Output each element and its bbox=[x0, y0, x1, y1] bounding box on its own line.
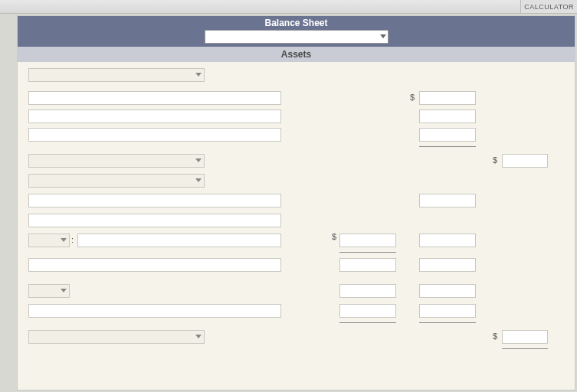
title-bar: Balance Sheet bbox=[18, 16, 575, 47]
svg-marker-2 bbox=[195, 158, 202, 162]
line-item-input-1[interactable] bbox=[28, 91, 281, 105]
top-toolbar: CALCULATOR bbox=[0, 0, 577, 14]
worksheet-area: Balance Sheet Assets $ bbox=[0, 14, 577, 392]
page-title: Balance Sheet bbox=[264, 18, 327, 28]
dollar-sign: $ bbox=[332, 232, 336, 241]
dollar-sign: $ bbox=[493, 155, 497, 165]
balance-sheet: Balance Sheet Assets $ bbox=[17, 15, 575, 390]
chevron-down-icon bbox=[195, 178, 202, 183]
chevron-down-icon bbox=[61, 289, 67, 293]
category-select-1[interactable] bbox=[28, 68, 205, 82]
line-item-input-4[interactable] bbox=[28, 194, 281, 207]
total-amount-2[interactable] bbox=[502, 330, 548, 344]
subtotal-underline bbox=[419, 146, 476, 147]
calculator-button[interactable]: CALCULATOR bbox=[520, 0, 577, 13]
category-select-2[interactable] bbox=[28, 154, 205, 168]
dollar-sign: $ bbox=[493, 332, 497, 341]
amount-input-4[interactable] bbox=[419, 194, 476, 207]
svg-marker-0 bbox=[380, 34, 386, 38]
form-body: $ $ $ bbox=[18, 62, 575, 384]
chevron-down-icon bbox=[195, 73, 202, 77]
subtotal-underline bbox=[339, 252, 396, 253]
category-select-3[interactable] bbox=[28, 174, 205, 188]
section-header-assets: Assets bbox=[18, 47, 575, 62]
line-item-input-8[interactable] bbox=[28, 304, 281, 318]
amount-input-3[interactable] bbox=[419, 128, 476, 142]
line-item-input-6[interactable] bbox=[77, 234, 281, 247]
amount-right-2[interactable] bbox=[419, 258, 476, 272]
chevron-down-icon bbox=[195, 335, 202, 339]
total-amount-1[interactable] bbox=[502, 154, 548, 168]
category-select-bottom[interactable] bbox=[28, 330, 205, 344]
chevron-down-icon bbox=[380, 34, 386, 39]
subtotal-underline bbox=[419, 322, 476, 323]
amount-right-4[interactable] bbox=[419, 304, 476, 318]
svg-marker-6 bbox=[195, 335, 202, 338]
amount-input-2[interactable] bbox=[419, 109, 476, 123]
chevron-down-icon bbox=[61, 238, 67, 243]
amount-input-1[interactable] bbox=[419, 91, 476, 105]
amount-left-4[interactable] bbox=[339, 304, 396, 318]
svg-marker-4 bbox=[61, 238, 67, 242]
amount-left-2[interactable] bbox=[339, 258, 396, 272]
line-item-input-2[interactable] bbox=[28, 109, 281, 123]
chevron-down-icon bbox=[195, 158, 202, 163]
line-item-input-7[interactable] bbox=[28, 258, 281, 272]
amount-left-1[interactable] bbox=[339, 234, 396, 247]
line-item-input-5[interactable] bbox=[28, 214, 281, 227]
svg-marker-3 bbox=[195, 178, 202, 182]
line-item-input-3[interactable] bbox=[28, 128, 281, 142]
small-select-2[interactable] bbox=[28, 284, 70, 298]
subtitle-select[interactable] bbox=[205, 30, 388, 44]
dollar-sign: $ bbox=[410, 93, 415, 102]
colon: : bbox=[71, 235, 74, 244]
svg-marker-1 bbox=[195, 73, 202, 77]
svg-marker-5 bbox=[61, 289, 67, 292]
small-select-1[interactable] bbox=[28, 234, 70, 247]
amount-right-3[interactable] bbox=[419, 284, 476, 298]
amount-right-1[interactable] bbox=[419, 234, 476, 247]
subtotal-underline bbox=[339, 322, 396, 323]
grand-total-underline bbox=[502, 348, 548, 349]
amount-left-3[interactable] bbox=[339, 284, 396, 298]
